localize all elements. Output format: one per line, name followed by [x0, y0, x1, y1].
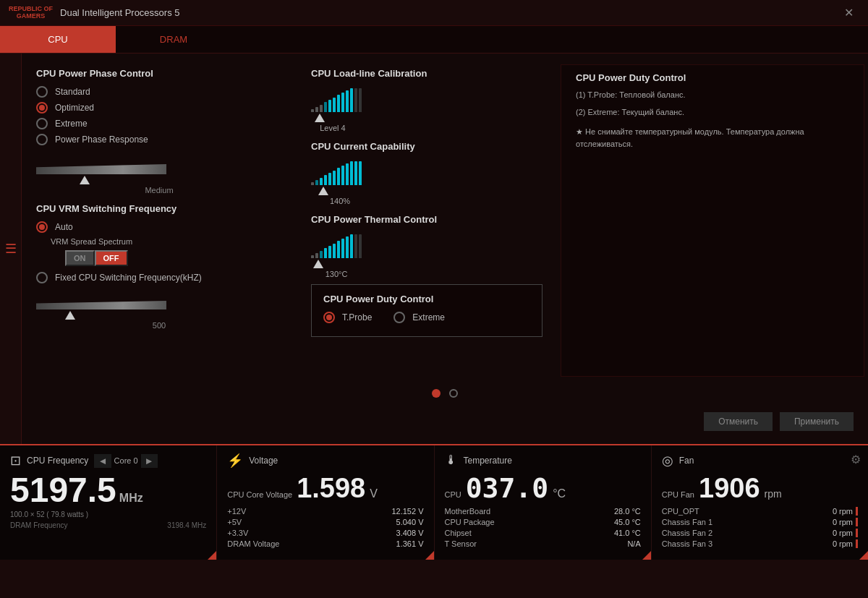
- temp-icon: 🌡: [445, 453, 458, 468]
- power-phase-options: Standard Optimized Extreme Power Phase R…: [36, 86, 282, 145]
- temp-row-chipset: Chipset 41.0 °C: [445, 529, 641, 537]
- duty-control-title: CPU Power Duty Control: [323, 294, 530, 304]
- cpu-core-voltage-value: 1.598: [297, 473, 365, 504]
- cpu-temp-label: CPU: [445, 490, 461, 499]
- core-next-button[interactable]: ►: [141, 454, 158, 468]
- corner-arrow-1: [208, 551, 216, 560]
- radio-optimized[interactable]: Optimized: [36, 102, 282, 114]
- dot-2[interactable]: [449, 389, 458, 398]
- freq-slider[interactable]: 500: [36, 289, 282, 330]
- main-area: ☰ CPU Power Phase Control Standard Optim…: [0, 54, 868, 444]
- action-buttons: Отменить Применить: [22, 406, 868, 437]
- voltage-table: +12V 12.152 V +5V 5.040 V +3.3V 3.408 V …: [227, 507, 423, 548]
- content-panels: CPU Power Phase Control Standard Optimiz…: [22, 61, 868, 380]
- info-line1: (1) T.Probe: Тепловой баланс.: [576, 89, 849, 102]
- radio-standard[interactable]: Standard: [36, 86, 282, 98]
- cpu-fan-value: 1906: [699, 473, 760, 504]
- phase-slider[interactable]: Medium: [36, 151, 282, 195]
- phase-slider-value: Medium: [36, 186, 282, 195]
- titlebar: REPUBLIC OFGAMERS Dual Intelligent Proce…: [0, 0, 868, 26]
- temp-row-pkg: CPU Package 45.0 °C: [445, 518, 641, 526]
- cpu-freq-icon: ⊡: [10, 453, 21, 469]
- fan-row-chassis3: Chassis Fan 3 0 rpm: [662, 539, 858, 548]
- cpu-freq-value: 5197.5 MHz: [10, 473, 206, 508]
- app-title: Dual Intelligent Processors 5: [60, 7, 838, 18]
- fan-bar-c3: [856, 539, 858, 548]
- duty-control-box: CPU Power Duty Control T.Probe Extreme: [311, 284, 542, 337]
- cpu-fan-label: CPU Fan: [662, 490, 694, 499]
- info-title: CPU Power Duty Control: [576, 72, 849, 83]
- content-area: CPU Power Phase Control Standard Optimiz…: [22, 54, 868, 444]
- radio-circle-fixed: [36, 272, 48, 283]
- cancel-button[interactable]: Отменить: [704, 412, 773, 431]
- thermal-title: CPU Power Thermal Control: [311, 214, 542, 225]
- fan-row-opt: CPU_OPT 0 rpm: [662, 507, 858, 516]
- cpu-temp-unit: °C: [553, 487, 566, 500]
- core-prev-button[interactable]: ◄: [94, 454, 111, 468]
- radio-power-phase-response[interactable]: Power Phase Response: [36, 134, 282, 145]
- cpu-core-voltage-unit: V: [370, 487, 378, 500]
- temp-row-mb: MotherBoard 28.0 °C: [445, 507, 641, 516]
- voltage-row-12v: +12V 12.152 V: [227, 507, 423, 516]
- left-panel: CPU Power Phase Control Standard Optimiz…: [22, 61, 297, 380]
- rog-logo: REPUBLIC OFGAMERS: [9, 6, 53, 20]
- radio-fixed[interactable]: Fixed CPU Switching Frequency(kHZ): [36, 272, 282, 283]
- loadline-value: Level 4: [311, 124, 354, 132]
- radio-circle-ppr: [36, 134, 48, 145]
- fan-icon: ◎: [662, 453, 673, 469]
- freq-slider-value: 500: [36, 321, 282, 330]
- voltage-row-dram: DRAM Voltage 1.361 V: [227, 539, 423, 548]
- hamburger-icon: ☰: [5, 241, 17, 257]
- apply-button[interactable]: Применить: [780, 412, 854, 431]
- voltage-title: ⚡ Voltage: [227, 453, 423, 469]
- fan-section: ⚙ ◎ Fan CPU Fan 1906 rpm CPU_OPT 0 rpm C…: [652, 445, 868, 560]
- voltage-section: ⚡ Voltage CPU Core Voltage 1.598 V +12V …: [217, 445, 434, 560]
- tab-cpu[interactable]: CPU: [0, 26, 116, 53]
- close-button[interactable]: ✕: [838, 3, 859, 22]
- fan-row-chassis1: Chassis Fan 1 0 rpm: [662, 518, 858, 526]
- loadline-title: CPU Load-line Calibration: [311, 68, 542, 79]
- info-line2: (2) Extreme: Текущий баланс.: [576, 106, 849, 119]
- cpu-core-voltage-label: CPU Core Voltage: [227, 490, 292, 499]
- tab-dram[interactable]: DRAM: [116, 26, 231, 53]
- toggle-on-button[interactable]: ON: [65, 250, 95, 266]
- power-phase-title: CPU Power Phase Control: [36, 68, 282, 79]
- radio-circle-tprobe: [323, 312, 335, 323]
- sidebar-toggle[interactable]: ☰: [0, 54, 22, 444]
- toggle-off-button[interactable]: OFF: [95, 250, 128, 266]
- radio-auto[interactable]: Auto: [36, 221, 282, 233]
- voltage-icon: ⚡: [227, 453, 243, 469]
- corner-arrow-2: [425, 551, 434, 560]
- duty-tprobe[interactable]: T.Probe: [323, 312, 372, 323]
- thermal-value: 130°C: [311, 270, 362, 278]
- dot-1[interactable]: [432, 389, 441, 398]
- fan-bar-c2: [856, 529, 858, 537]
- cpu-freq-section: ⊡ CPU Frequency ◄ Core 0 ► 5197.5 MHz 10…: [0, 445, 217, 560]
- settings-gear-icon[interactable]: ⚙: [851, 453, 861, 466]
- current-cap-title: CPU Current Capability: [311, 141, 542, 152]
- cpu-freq-sub: 100.0 × 52 ( 79.8 watts ): [10, 511, 206, 518]
- radio-extreme[interactable]: Extreme: [36, 118, 282, 129]
- radio-circle-duty-extreme: [393, 312, 405, 323]
- current-cap-value: 140%: [311, 197, 369, 205]
- temp-row-tsensor: T Sensor N/A: [445, 539, 641, 548]
- fan-bar-c1: [856, 518, 858, 526]
- duty-extreme[interactable]: Extreme: [393, 312, 445, 323]
- corner-arrow-4: [859, 551, 868, 560]
- cpu-temp-value: 037.0: [466, 472, 548, 504]
- status-bar: ⊡ CPU Frequency ◄ Core 0 ► 5197.5 MHz 10…: [0, 444, 868, 560]
- radio-circle-optimized: [36, 102, 48, 114]
- temperature-section: 🌡 Temperature CPU 037.0 °C MotherBoard 2…: [435, 445, 652, 560]
- cpu-fan-unit: rpm: [765, 488, 782, 500]
- voltage-row-33v: +3.3V 3.408 V: [227, 529, 423, 537]
- spread-spectrum-label: VRM Spread Spectrum: [51, 237, 282, 246]
- middle-panel: CPU Load-line Calibration: [297, 61, 557, 380]
- dram-freq-row: DRAM Frequency 3198.4 MHz: [10, 521, 206, 529]
- toggle-group: ON OFF: [65, 250, 282, 266]
- temp-table: MotherBoard 28.0 °C CPU Package 45.0 °C …: [445, 507, 641, 548]
- radio-circle-extreme: [36, 118, 48, 129]
- fan-title: ◎ Fan: [662, 453, 858, 469]
- tab-bar: CPU DRAM: [0, 26, 868, 54]
- corner-arrow-3: [642, 551, 651, 560]
- info-note: ★ Не снимайте температурный модуль. Темп…: [576, 126, 849, 150]
